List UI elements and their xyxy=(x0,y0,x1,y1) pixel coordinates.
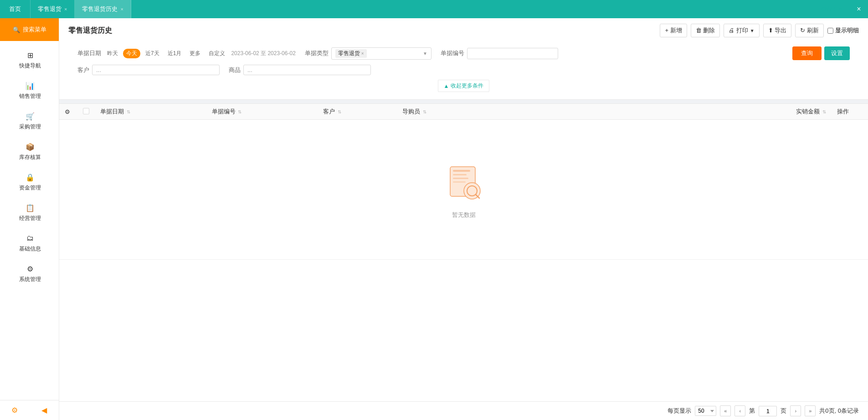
query-action-group: 查询 设置 xyxy=(792,46,850,60)
delete-button[interactable]: 🗑 删除 xyxy=(691,24,720,37)
pagination-bar: 每页显示 50 10 20 100 « ‹ 第 页 › » 共0页, 0条记录 xyxy=(59,401,868,420)
goods-select[interactable]: ... xyxy=(243,65,371,75)
sidebar-settings-button[interactable]: ⚙ xyxy=(0,400,30,420)
print-button[interactable]: 🖨 打印 ▼ xyxy=(724,24,760,37)
col-amount-label: 实销金额 xyxy=(796,108,820,115)
voucher-type-label: 单据类型 xyxy=(305,49,329,57)
per-page-select[interactable]: 50 10 20 100 xyxy=(695,406,716,416)
goods-filter-label: 商品 xyxy=(229,66,241,74)
window-close-button[interactable]: × xyxy=(850,0,868,18)
system-mgmt-icon: ⚙ xyxy=(25,264,35,274)
collapse-icon: ▲ xyxy=(444,83,449,89)
table-header-row: ⚙ 单据日期 ⇅ 单据编号 ⇅ xyxy=(59,104,868,120)
query-button[interactable]: 查询 xyxy=(792,46,822,60)
customer-select[interactable]: ... xyxy=(92,65,220,75)
date-options: 昨天 今天 近7天 近1月 更多 自定义 xyxy=(104,49,228,58)
sidebar-item-inventory-label: 库存核算 xyxy=(19,154,41,161)
settings-action-button[interactable]: 设置 xyxy=(824,46,850,60)
collapse-button[interactable]: ▲ 收起更多条件 xyxy=(438,80,490,92)
tab-home[interactable]: 首页 xyxy=(0,0,31,18)
voucher-type-dropdown-icon: ▼ xyxy=(423,51,427,56)
sidebar-search-button[interactable]: 🔍 搜索菜单 xyxy=(0,18,59,41)
filter-row-1: 单据日期 昨天 今天 近7天 近1月 更多 自定义 2023-06-02 至 2… xyxy=(77,46,850,60)
total-label: 共0页, 0条记录 xyxy=(819,407,859,415)
col-customer-sort-icon[interactable]: ⇅ xyxy=(338,109,341,114)
page-prev-button[interactable]: ‹ xyxy=(734,405,745,416)
export-button[interactable]: ⬆ 导出 xyxy=(763,24,792,37)
col-guide-sort-icon[interactable]: ⇅ xyxy=(423,109,426,114)
finance-icon: 🔒 xyxy=(25,172,35,182)
page-next-button[interactable]: › xyxy=(790,405,801,416)
page-last-button[interactable]: » xyxy=(805,405,816,416)
sidebar-item-sales-mgmt[interactable]: 📊 销售管理 xyxy=(0,75,59,106)
customer-filter: 客户 ... xyxy=(77,65,220,75)
tab-retail-return-close[interactable]: × xyxy=(64,6,67,12)
voucher-type-tag: 零售退货 × xyxy=(335,49,367,58)
date-option-7days[interactable]: 近7天 xyxy=(142,49,163,58)
sidebar-item-finance[interactable]: 🔒 资金管理 xyxy=(0,167,59,197)
tab-retail-return-history[interactable]: 零售退货历史 × xyxy=(75,0,131,18)
col-customer: 客户 ⇅ xyxy=(318,104,397,120)
sidebar-item-sales-mgmt-label: 销售管理 xyxy=(19,92,41,100)
basic-info-icon: 🗂 xyxy=(25,233,35,243)
empty-state-cell: 暂无数据 xyxy=(59,120,868,260)
col-settings[interactable]: ⚙ xyxy=(59,104,77,120)
customer-filter-label: 客户 xyxy=(77,66,89,74)
date-option-more[interactable]: 更多 xyxy=(186,49,204,58)
sidebar-item-operations[interactable]: 📋 经营管理 xyxy=(0,197,59,228)
page-actions: + 新增 🗑 删除 🖨 打印 ▼ ⬆ 导出 ↻ 刷新 xyxy=(660,24,859,37)
sidebar-item-operations-label: 经营管理 xyxy=(19,215,41,222)
page-number-input[interactable] xyxy=(759,406,777,416)
per-page-label: 每页显示 xyxy=(668,407,691,415)
show-detail-checkbox[interactable] xyxy=(827,28,833,34)
data-table: ⚙ 单据日期 ⇅ 单据编号 ⇅ xyxy=(59,103,868,260)
operations-icon: 📋 xyxy=(25,203,35,213)
svg-rect-4 xyxy=(453,181,466,183)
date-option-yesterday[interactable]: 昨天 xyxy=(104,49,121,58)
col-number-sort-icon[interactable]: ⇅ xyxy=(238,109,241,114)
show-detail-checkbox-label[interactable]: 显示明细 xyxy=(827,26,859,35)
top-bar-right: OfTEn xyxy=(821,5,850,13)
voucher-type-tag-text: 零售退货 xyxy=(338,50,360,57)
date-option-custom[interactable]: 自定义 xyxy=(205,49,228,58)
sidebar-item-inventory[interactable]: 📦 库存核算 xyxy=(0,136,59,167)
tab-bar: 首页 零售退货 × 零售退货历史 × xyxy=(0,0,821,18)
select-all-checkbox[interactable] xyxy=(83,108,89,114)
voucher-type-tag-close[interactable]: × xyxy=(361,51,364,56)
main-layout: 🔍 搜索菜单 ⊞ 快捷导航 📊 销售管理 🛒 采购管理 📦 库存核算 🔒 xyxy=(0,18,868,420)
sidebar-item-system-mgmt[interactable]: ⚙ 系统管理 xyxy=(0,258,59,289)
date-option-today[interactable]: 今天 xyxy=(123,49,140,58)
sidebar-bottom: ⚙ ◀ xyxy=(0,400,59,420)
voucher-number-input[interactable] xyxy=(467,48,558,59)
collapse-row: ▲ 收起更多条件 xyxy=(77,80,850,92)
sidebar-item-basic-info-label: 基础信息 xyxy=(19,245,41,253)
refresh-button[interactable]: ↻ 刷新 xyxy=(795,24,824,37)
tab-retail-return-history-label: 零售退货历史 xyxy=(82,5,118,13)
date-option-1month[interactable]: 近1月 xyxy=(164,49,185,58)
tab-retail-return[interactable]: 零售退货 × xyxy=(31,0,75,18)
tab-retail-return-history-close[interactable]: × xyxy=(120,6,123,12)
sidebar-item-basic-info[interactable]: 🗂 基础信息 xyxy=(0,228,59,258)
voucher-type-select[interactable]: 零售退货 × ▼ xyxy=(331,47,431,60)
sidebar-item-purchase-mgmt[interactable]: 🛒 采购管理 xyxy=(0,106,59,136)
search-icon: 🔍 xyxy=(13,26,20,33)
col-number-label: 单据编号 xyxy=(212,108,236,115)
table-settings-icon[interactable]: ⚙ xyxy=(65,108,70,115)
voucher-type-filter: 单据类型 零售退货 × ▼ xyxy=(305,47,431,60)
new-button[interactable]: + 新增 xyxy=(660,24,687,37)
query-button-label: 查询 xyxy=(801,49,813,57)
page-first-button[interactable]: « xyxy=(720,405,731,416)
col-date-sort-icon[interactable]: ⇅ xyxy=(127,109,130,114)
sidebar-collapse-button[interactable]: ◀ xyxy=(30,400,59,420)
col-amount-sort-icon[interactable]: ⇅ xyxy=(822,109,826,114)
sidebar-search-label: 搜索菜单 xyxy=(23,26,46,34)
filter-area: 单据日期 昨天 今天 近7天 近1月 更多 自定义 2023-06-02 至 2… xyxy=(68,42,859,99)
col-checkbox[interactable] xyxy=(77,104,95,120)
sidebar-item-quick-nav[interactable]: ⊞ 快捷导航 xyxy=(0,45,59,75)
svg-rect-2 xyxy=(453,174,467,175)
empty-state: 暂无数据 xyxy=(65,123,863,256)
date-range-display: 2023-06-02 至 2023-06-02 xyxy=(231,50,295,57)
inventory-icon: 📦 xyxy=(25,142,35,152)
goods-filter: 商品 ... xyxy=(229,65,371,75)
data-table-container: ⚙ 单据日期 ⇅ 单据编号 ⇅ xyxy=(59,103,868,401)
